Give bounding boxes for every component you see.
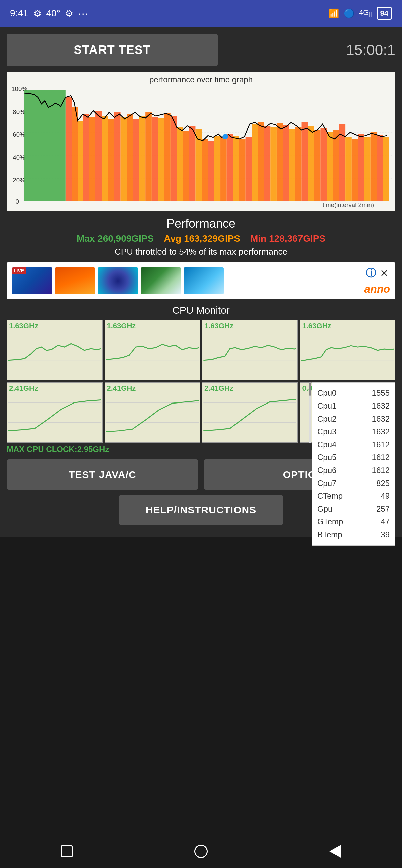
svg-rect-44 <box>252 124 258 201</box>
performance-stats: Max 260,909GIPS Avg 163,329GIPS Min 128,… <box>7 233 395 244</box>
svg-rect-39 <box>221 137 227 201</box>
cpu-stat-value: 49 <box>380 490 390 502</box>
ad-brand-logo: anno <box>365 283 390 295</box>
svg-rect-31 <box>170 116 177 201</box>
cpu-stat-label: Cpu6 <box>317 464 336 476</box>
svg-rect-43 <box>245 137 252 201</box>
cpu-stat-label: BTemp <box>317 528 342 541</box>
cpu-stat-label: CTemp <box>317 490 343 502</box>
navigation-bar <box>0 835 402 868</box>
svg-rect-27 <box>145 112 152 201</box>
cpu-6-freq: 2.41GHz <box>202 383 235 394</box>
wifi-icon: 📶 <box>328 8 339 19</box>
svg-rect-30 <box>164 113 170 201</box>
svg-rect-29 <box>158 118 164 201</box>
top-controls: START TEST 15:00:1 <box>7 33 395 66</box>
svg-rect-25 <box>133 119 139 201</box>
svg-rect-47 <box>270 127 277 201</box>
svg-rect-20 <box>102 116 108 201</box>
svg-rect-64 <box>376 135 383 201</box>
cpu-cell-6: 2.41GHz <box>202 382 298 443</box>
cpu-stat-value: 825 <box>376 477 390 490</box>
svg-rect-22 <box>114 112 121 201</box>
test-java-c-button[interactable]: TEST JAVA/C <box>7 460 198 490</box>
cpu-stat-row: Cpu7825 <box>317 477 390 490</box>
svg-text:60%: 60% <box>13 131 25 138</box>
svg-rect-45 <box>258 122 264 201</box>
more-options-dots: ··· <box>78 7 89 20</box>
performance-title: Performance <box>7 217 395 230</box>
cpu-cell-3: 1.63GHz <box>300 320 396 380</box>
temp-display: 40° <box>46 8 60 19</box>
svg-rect-52 <box>302 122 308 201</box>
ad-tv-5 <box>183 268 224 294</box>
cpu-stat-row: Cpu01555 <box>317 387 390 400</box>
cpu-stat-label: Cpu0 <box>317 387 336 400</box>
cpu-stat-label: Cpu7 <box>317 477 336 490</box>
cpu-cell-2: 1.63GHz <box>202 320 298 380</box>
nav-back-button[interactable] <box>329 844 341 858</box>
cpu-stat-value: 1632 <box>372 425 390 438</box>
svg-rect-37 <box>208 141 214 201</box>
ad-close-button[interactable]: ✕ <box>380 268 388 279</box>
svg-rect-26 <box>139 116 146 201</box>
graph-svg: 100% 80% 60% 40% 20% 0 <box>10 87 392 208</box>
svg-rect-62 <box>364 137 370 201</box>
cpu-stat-row: Gpu257 <box>317 503 390 516</box>
status-bar: 9:41 ⚙ 40° ⚙ ··· 📶 🔵 4Gil 94 <box>0 0 402 27</box>
cpu-stat-row: BTemp39 <box>317 528 390 541</box>
cpu-cell-1: 1.63GHz <box>104 320 200 380</box>
cpu-3-freq: 1.63GHz <box>300 320 333 332</box>
svg-rect-23 <box>121 117 127 201</box>
cpu-stat-value: 1632 <box>372 400 390 412</box>
ad-controls: ⓘ ✕ anno <box>365 267 390 295</box>
svg-rect-28 <box>152 117 158 201</box>
cpu-stat-row: Cpu11632 <box>317 400 390 412</box>
cpu-stat-value: 1612 <box>372 464 390 476</box>
cpu-stat-row: CTemp49 <box>317 490 390 502</box>
main-content: START TEST 15:00:1 performance over time… <box>0 27 402 537</box>
status-left: 9:41 ⚙ 40° ⚙ ··· <box>10 7 89 20</box>
graph-area: 100% 80% 60% 40% 20% 0 <box>10 87 392 208</box>
svg-rect-36 <box>202 139 208 201</box>
nav-home-button[interactable] <box>194 844 208 858</box>
cpu-2-freq: 1.63GHz <box>202 320 235 332</box>
cpu-stat-value: 39 <box>380 528 390 541</box>
time-display: 9:41 <box>10 8 29 19</box>
cpu-stat-value: 1555 <box>372 387 390 400</box>
scrollbar-thumb[interactable] <box>309 382 311 396</box>
svg-rect-50 <box>289 129 296 201</box>
ad-tv-2 <box>55 268 95 294</box>
cpu-stats-panel: Cpu01555Cpu11632Cpu21632Cpu31632Cpu41612… <box>311 382 395 546</box>
cpu-stat-row: Cpu41612 <box>317 438 390 451</box>
ad-tv-1: LIVE <box>12 268 52 294</box>
svg-rect-65 <box>383 137 389 201</box>
cpu-4-freq: 2.41GHz <box>7 383 40 394</box>
performance-graph-container: performance over time graph 100% 80% 60%… <box>7 72 395 211</box>
cpu-stat-value: 1632 <box>372 412 390 425</box>
scrollbar-indicator <box>309 382 311 443</box>
svg-rect-51 <box>296 127 302 201</box>
cpu-5-freq: 2.41GHz <box>105 383 138 394</box>
svg-rect-42 <box>239 139 245 201</box>
cpu-stat-value: 47 <box>380 516 390 528</box>
svg-rect-32 <box>176 127 183 201</box>
cpu-stat-label: Cpu5 <box>317 451 336 464</box>
svg-rect-21 <box>108 119 114 201</box>
cpu-stat-value: 257 <box>376 503 390 516</box>
ad-info-button[interactable]: ⓘ <box>366 267 376 280</box>
cpu-monitor-title: CPU Monitor <box>7 305 395 316</box>
svg-rect-48 <box>277 123 283 201</box>
avg-stat: Avg 163,329GIPS <box>164 233 240 244</box>
cpu-cell-5: 2.41GHz <box>104 382 200 443</box>
svg-rect-24 <box>127 114 133 201</box>
svg-point-66 <box>223 134 228 140</box>
nav-recent-apps-button[interactable] <box>61 845 73 857</box>
svg-rect-60 <box>352 139 358 201</box>
svg-rect-49 <box>283 125 290 201</box>
start-test-button[interactable]: START TEST <box>7 33 218 66</box>
help-instructions-button[interactable]: HELP/INSTRUCTIONS <box>119 495 283 525</box>
cpu-stat-value: 1612 <box>372 451 390 464</box>
ad-tv-gallery: LIVE <box>12 268 224 294</box>
status-right: 📶 🔵 4Gil 94 <box>328 7 392 20</box>
